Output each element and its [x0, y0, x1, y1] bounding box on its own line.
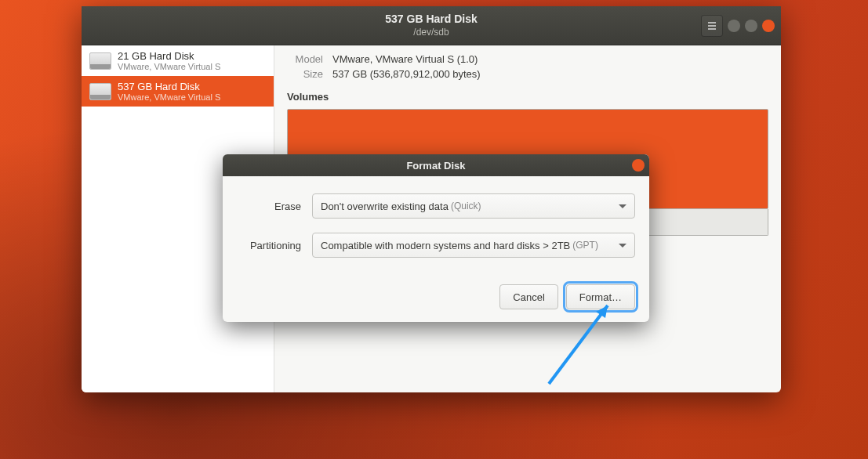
erase-suffix: (Quick) — [451, 201, 481, 211]
dialog-close-icon[interactable] — [632, 159, 645, 172]
partitioning-value: Compatible with modern systems and hard … — [321, 240, 570, 251]
window-minimize-icon[interactable] — [728, 20, 740, 32]
hamburger-menu-button[interactable] — [701, 15, 723, 37]
size-label: Size — [287, 68, 323, 80]
erase-combobox[interactable]: Don't overwrite existing data (Quick) — [312, 193, 635, 219]
format-disk-dialog: Format Disk Erase Don't overwrite existi… — [223, 154, 649, 322]
disk-title: 21 GB Hard Disk — [118, 50, 220, 62]
disk-sub: VMware, VMware Virtual S — [118, 92, 220, 102]
sidebar-item-disk-1[interactable]: 537 GB Hard Disk VMware, VMware Virtual … — [82, 76, 274, 107]
format-button[interactable]: Format… — [566, 284, 635, 309]
disk-title: 537 GB Hard Disk — [118, 81, 220, 92]
window-close-icon[interactable] — [762, 20, 775, 32]
partitioning-combobox[interactable]: Compatible with modern systems and hard … — [312, 233, 635, 258]
volumes-heading: Volumes — [287, 91, 768, 103]
partitioning-label: Partitioning — [237, 240, 301, 251]
model-label: Model — [287, 53, 323, 65]
window-maximize-icon[interactable] — [745, 20, 757, 32]
window-subtitle: /dev/sdb — [82, 27, 781, 38]
hard-disk-icon — [89, 83, 111, 100]
titlebar-text: 537 GB Hard Disk /dev/sdb — [82, 13, 781, 38]
sidebar-item-disk-0[interactable]: 21 GB Hard Disk VMware, VMware Virtual S — [82, 45, 274, 76]
model-value: VMware, VMware Virtual S (1.0) — [332, 53, 478, 65]
erase-value: Don't overwrite existing data — [321, 201, 449, 212]
disk-sub: VMware, VMware Virtual S — [118, 62, 220, 71]
hard-disk-icon — [89, 52, 111, 70]
dialog-titlebar: Format Disk — [223, 154, 649, 176]
erase-label: Erase — [237, 201, 301, 212]
size-value: 537 GB (536,870,912,000 bytes) — [332, 68, 481, 80]
window-title: 537 GB Hard Disk — [82, 13, 781, 27]
titlebar: 537 GB Hard Disk /dev/sdb — [82, 6, 781, 45]
cancel-button[interactable]: Cancel — [499, 284, 557, 309]
partitioning-suffix: (GPT) — [572, 240, 598, 251]
dialog-title: Format Disk — [406, 160, 465, 172]
